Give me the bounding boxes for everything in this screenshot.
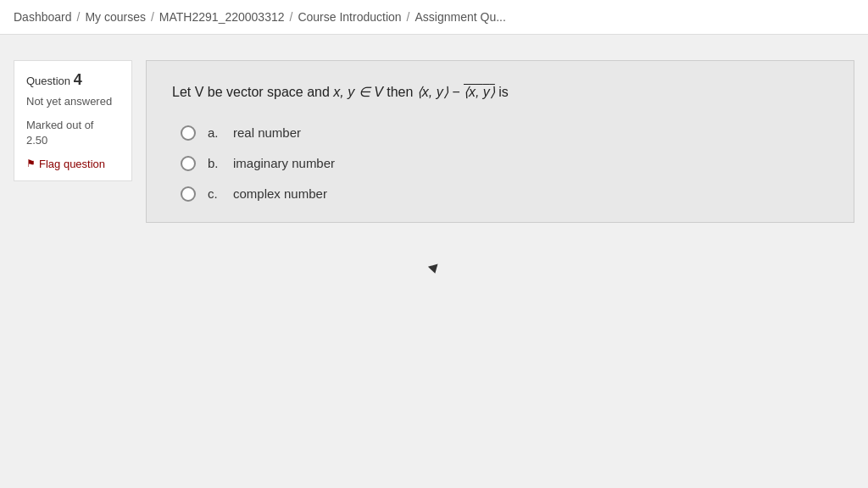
question-overline-expr: ⟨x, y⟩	[464, 85, 495, 99]
breadcrumb-sep-3: /	[290, 10, 293, 24]
question-expr: ⟨x, y⟩ −	[417, 85, 464, 99]
question-text: Let V be vector space and x, y ∈ V then …	[172, 81, 828, 103]
question-number: 4	[74, 71, 82, 88]
question-label: Question 4	[26, 71, 120, 89]
option-b[interactable]: b. imaginary number	[181, 156, 828, 171]
question-intro: Let V be vector space and	[172, 85, 333, 99]
flag-question-button[interactable]: ⚑ Flag question	[26, 158, 120, 170]
cursor-area	[0, 240, 868, 274]
main-content: Question 4 Not yet answered Marked out o…	[0, 43, 868, 240]
option-b-letter: b.	[208, 156, 221, 170]
breadcrumb-course-code[interactable]: MATH2291_220003312	[159, 10, 285, 24]
breadcrumb-sep-4: /	[407, 10, 410, 24]
flag-question-label: Flag question	[39, 158, 105, 170]
breadcrumb-sep-2: /	[151, 10, 154, 24]
option-a-text: real number	[233, 125, 301, 140]
question-is: is	[498, 85, 509, 99]
breadcrumb-course-intro[interactable]: Course Introduction	[298, 10, 401, 24]
question-math-vars: x, y ∈ V	[333, 85, 382, 99]
breadcrumb-my-courses[interactable]: My courses	[85, 10, 146, 24]
options-list: a. real number b. imaginary number c. co…	[172, 125, 828, 202]
question-body: Let V be vector space and x, y ∈ V then …	[146, 60, 854, 223]
mouse-cursor	[428, 263, 440, 274]
option-a[interactable]: a. real number	[181, 125, 828, 141]
flag-icon: ⚑	[26, 158, 36, 169]
question-then: then	[387, 85, 417, 99]
marked-out-label: Marked out of 2.50	[26, 118, 120, 148]
option-b-radio[interactable]	[181, 156, 196, 171]
question-status: Not yet answered	[26, 94, 120, 109]
option-c[interactable]: c. complex number	[181, 186, 828, 202]
breadcrumb: Dashboard / My courses / MATH2291_220003…	[0, 0, 868, 35]
option-a-radio[interactable]	[181, 125, 196, 141]
marked-out-value: 2.50	[26, 134, 47, 147]
option-c-radio[interactable]	[181, 186, 196, 202]
option-b-text: imaginary number	[233, 156, 335, 170]
option-a-letter: a.	[208, 125, 221, 140]
breadcrumb-sep-1: /	[77, 10, 81, 24]
option-c-text: complex number	[233, 186, 327, 201]
breadcrumb-dashboard[interactable]: Dashboard	[14, 10, 72, 24]
option-c-letter: c.	[208, 186, 221, 201]
question-sidebar: Question 4 Not yet answered Marked out o…	[14, 60, 132, 181]
breadcrumb-assignment[interactable]: Assignment Qu...	[415, 10, 505, 24]
